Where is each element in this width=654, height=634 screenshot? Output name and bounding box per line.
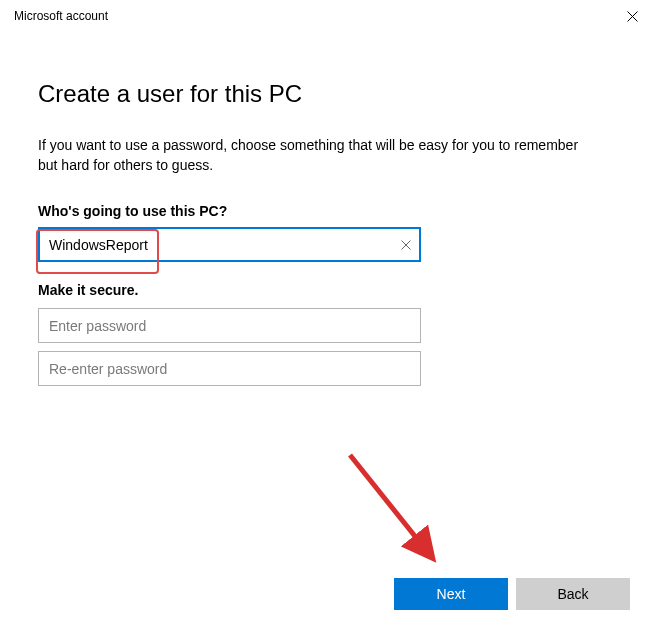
page-heading: Create a user for this PC bbox=[38, 80, 616, 108]
username-input[interactable] bbox=[38, 227, 421, 262]
x-icon bbox=[401, 240, 411, 250]
window-title: Microsoft account bbox=[14, 9, 108, 23]
password-confirm-input[interactable] bbox=[38, 351, 421, 386]
svg-line-5 bbox=[350, 455, 430, 555]
close-icon bbox=[627, 11, 638, 22]
clear-input-button[interactable] bbox=[401, 237, 411, 253]
annotation-arrow bbox=[340, 445, 460, 575]
secure-label: Make it secure. bbox=[38, 282, 616, 298]
next-button[interactable]: Next bbox=[394, 578, 508, 610]
back-button[interactable]: Back bbox=[516, 578, 630, 610]
username-label: Who's going to use this PC? bbox=[38, 203, 616, 219]
close-button[interactable] bbox=[624, 8, 640, 24]
password-input[interactable] bbox=[38, 308, 421, 343]
page-description: If you want to use a password, choose so… bbox=[38, 136, 598, 175]
